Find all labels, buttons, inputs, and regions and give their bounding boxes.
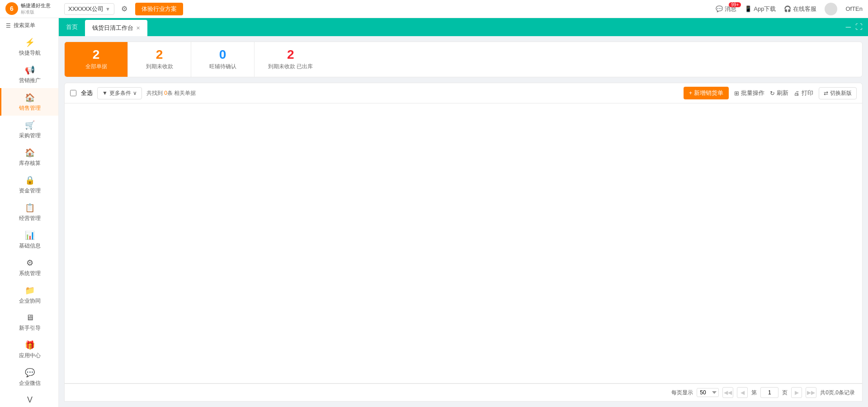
quick-nav-icon: ⚡ [25,37,35,47]
main-layout: ☰ 搜索菜单 ⚡ 快捷导航 📢 营销推广 🏠 销售管理 🛒 采购管理 🏠 库存核… [0,18,868,407]
sidebar-item-enterprise[interactable]: 📁 企业协同 [0,281,58,309]
stat-pending-confirm[interactable]: 0 旺辅待确认 [191,42,255,77]
toolbar-left: 全选 ▼ 更多条件 ∨ 共找到 0条 相关单据 [70,87,679,99]
chevron-down-icon: ▼ [105,6,110,12]
app-name: 畅捷通好生意 [21,2,51,9]
tab-work-bench[interactable]: 钱货日清工作台 ✕ [85,20,147,36]
found-text: 共找到 0条 相关单据 [146,89,196,97]
appstore-icon: 🎁 [25,340,35,350]
stat-label-all: 全部单据 [85,63,107,70]
app-download-button[interactable]: 📱 App下载 [745,5,776,13]
refresh-icon: ↻ [770,90,775,97]
search-icon: ☰ [6,23,11,29]
table-empty-state [65,103,862,383]
enterprise-icon: 📁 [25,285,35,295]
logo-icon: 6 [5,2,18,15]
gear-icon: ⚙ [121,5,127,13]
avatar[interactable] [825,3,837,15]
batch-ops-button[interactable]: ⊞ 批量操作 [734,89,764,97]
switch-version-button[interactable]: ⇄ 切换新版 [819,87,857,99]
system-icon: ⚙ [26,258,33,268]
headset-icon: 🎧 [784,5,791,12]
top-header: 6 畅捷通好生意 标准版 XXXXXX公司 ▼ ⚙ 体验行业方案 💬 消息 99… [0,0,868,18]
batch-icon: ⊞ [734,90,739,97]
operations-icon: 📋 [25,203,35,213]
marketing-icon: 📢 [25,65,35,75]
finance-icon: 🔒 [25,175,35,185]
stat-overdue-payment[interactable]: 2 到期未收款 [128,42,191,77]
refresh-button[interactable]: ↻ 刷新 [770,89,788,97]
filter-button[interactable]: ▼ 更多条件 ∨ [97,87,142,99]
message-button[interactable]: 💬 消息 99+ [716,5,736,13]
stat-label-shipped: 到期未收款 已出库 [268,63,313,70]
found-count: 0 [164,90,167,96]
company-selector[interactable]: XXXXXX公司 ▼ [64,3,114,15]
sidebar-item-newbie[interactable]: 🖥 新手引导 [0,309,58,336]
settings-button[interactable]: ⚙ [118,3,131,15]
last-page-button[interactable]: ▶▶ [806,387,816,398]
print-icon: 🖨 [794,90,800,97]
sidebar-item-appstore[interactable]: 🎁 应用中心 [0,336,58,363]
stat-number-overdue: 2 [156,48,163,61]
tab-bar: 首页 钱货日清工作台 ✕ ─ ⛶ [59,18,868,36]
tab-bar-right: ─ ⛶ [846,23,868,31]
page-content: 2 全部单据 2 到期未收款 0 旺辅待确认 2 到期未收款 已出库 [59,36,868,407]
sidebar-item-finance[interactable]: 🔒 资金管理 [0,171,58,198]
search-menu-item[interactable]: ☰ 搜索菜单 [0,18,58,33]
stat-number-all: 2 [93,48,100,61]
toolbar-right: + 新增销货单 ⊞ 批量操作 ↻ 刷新 🖨 打印 ⇄ [684,87,857,99]
minimize-button[interactable]: ─ [846,23,851,31]
prev-page-button[interactable]: ◀ [737,387,748,398]
page-size-label: 每页显示 [671,389,693,397]
sidebar-item-wechat[interactable]: 💬 企业微信 [0,363,58,391]
sidebar-item-purchase[interactable]: 🛒 采购管理 [0,116,58,143]
sidebar-item-sales[interactable]: 🏠 销售管理 [0,88,58,116]
first-page-button[interactable]: ◀◀ [722,387,733,398]
stat-overdue-shipped[interactable]: 2 到期未收款 已出库 [255,42,326,77]
switch-icon: ⇄ [824,90,828,96]
online-service-button[interactable]: 🎧 在线客服 [784,5,816,13]
stat-all-orders[interactable]: 2 全部单据 [65,42,128,77]
sales-icon: 🏠 [25,93,35,103]
maximize-button[interactable]: ⛶ [855,23,863,31]
sidebar-item-marketing[interactable]: 📢 营销推广 [0,61,58,88]
next-page-button[interactable]: ▶ [791,387,802,398]
stat-number-shipped: 2 [287,48,294,61]
inventory-icon: 🏠 [25,148,35,158]
username-label[interactable]: OfTEn [845,5,863,12]
stat-label-overdue: 到期未收款 [146,63,173,70]
sidebar-item-quick-nav[interactable]: ⚡ 快捷导航 [0,33,58,61]
sidebar-item-system[interactable]: ⚙ 系统管理 [0,253,58,281]
toolbar: 全选 ▼ 更多条件 ∨ 共找到 0条 相关单据 + 新增销货单 ⊞ 批量操作 [64,83,863,103]
select-all-checkbox[interactable] [70,90,76,96]
wechat-icon: 💬 [25,368,35,378]
select-all-label: 全选 [81,89,93,97]
sidebar-item-inventory[interactable]: 🏠 库存核算 [0,143,58,171]
header-right: 💬 消息 99+ 📱 App下载 🎧 在线客服 OfTEn [716,3,863,15]
current-page-input[interactable] [760,387,778,398]
page-label: 第 [751,389,757,397]
company-name: XXXXXX公司 [68,5,104,13]
tab-home[interactable]: 首页 [59,18,85,36]
app-version: 标准版 [21,9,51,15]
sidebar-item-member[interactable]: V 畅会员 [0,391,58,407]
tab-close-icon[interactable]: ✕ [136,25,140,31]
member-icon: V [27,395,33,405]
purchase-icon: 🛒 [25,120,35,130]
print-button[interactable]: 🖨 打印 [794,89,813,97]
message-icon: 💬 [716,5,723,12]
add-order-button[interactable]: + 新增销货单 [684,87,729,99]
filter-icon: ▼ [102,90,108,96]
sidebar-item-basic-info[interactable]: 📊 基础信息 [0,226,58,253]
content-area: 首页 钱货日清工作台 ✕ ─ ⛶ 2 全部单据 2 到期未收款 [59,18,868,407]
basic-info-icon: 📊 [25,230,35,240]
sidebar-item-operations[interactable]: 📋 经营管理 [0,198,58,226]
newbie-icon: 🖥 [26,313,34,323]
sidebar: ☰ 搜索菜单 ⚡ 快捷导航 📢 营销推广 🏠 销售管理 🛒 采购管理 🏠 库存核… [0,18,59,407]
pagination: 每页显示 10 20 50 100 ◀◀ ◀ 第 页 ▶ ▶▶ 共0页,0条记录 [64,384,863,402]
chevron-down-icon: ∨ [133,90,137,96]
message-badge: 99+ [729,2,741,7]
trial-button[interactable]: 体验行业方案 [135,3,183,15]
page-size-select[interactable]: 10 20 50 100 [697,388,719,397]
download-icon: 📱 [745,5,752,12]
